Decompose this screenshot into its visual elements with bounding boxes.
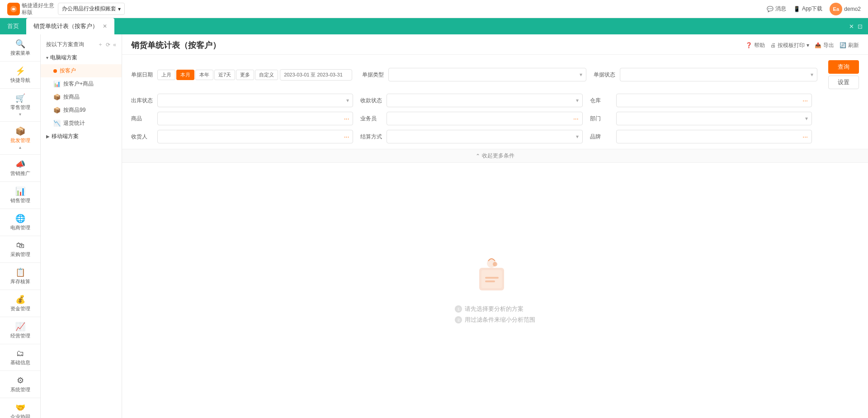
sidebar-item-ecom[interactable]: 🌐 电商管理: [0, 209, 40, 236]
chevron-up-icon: ⌃: [476, 153, 480, 159]
purchase-icon: 🛍: [16, 241, 24, 250]
date-more-btn[interactable]: 更多: [236, 70, 254, 80]
refresh-button[interactable]: 🔄 刷新: [840, 42, 859, 49]
filter-settlement: 结算方式: [360, 130, 582, 143]
scheme-item-by-customer-goods[interactable]: 📊 按客户+商品: [41, 77, 122, 90]
tab-home[interactable]: 首页: [0, 18, 26, 34]
logo-text: 畅捷通好生意 标版: [22, 2, 54, 15]
doc-status-label: 单据状态: [594, 71, 616, 79]
logo-area: 畅捷通好生意 标版: [7, 2, 54, 15]
sidebar-item-enterprise[interactable]: 🤝 企业协同: [0, 398, 40, 418]
sidebar-item-finance[interactable]: 💰 资金管理: [0, 290, 40, 317]
goods-input[interactable]: [157, 112, 353, 125]
download-icon: 📱: [793, 6, 800, 12]
message-button[interactable]: 💬 消息: [767, 5, 786, 13]
add-scheme-button[interactable]: ＋: [98, 41, 103, 48]
empty-hint-2: ② 用过滤条件来缩小分析范围: [455, 316, 535, 324]
recv-status-select[interactable]: [387, 94, 582, 107]
svg-rect-2: [481, 270, 502, 288]
svg-point-6: [493, 262, 497, 266]
goods-label: 商品: [131, 115, 154, 123]
doc-status-select[interactable]: [620, 68, 817, 81]
collapse-bar[interactable]: ⌃ 收起更多条件: [122, 149, 868, 163]
date-custom-btn[interactable]: 自定义: [255, 70, 278, 80]
help-button[interactable]: ❓ 帮助: [745, 42, 765, 49]
tab-bar-controls: ✕ ⊡: [844, 23, 868, 30]
settlement-select[interactable]: [387, 130, 582, 143]
tab-sales-stats[interactable]: 销货单统计表（按客户） ✕: [26, 18, 114, 34]
sidebar-item-sales[interactable]: 📊 销售管理: [0, 182, 40, 209]
refresh-scheme-button[interactable]: ⟳: [106, 42, 110, 48]
sidebar-item-system[interactable]: ⚙ 系统管理: [0, 371, 40, 398]
goods-icon: 📦: [53, 94, 61, 100]
export-button[interactable]: 📤 导出: [815, 42, 834, 49]
sidebar-item-purchase[interactable]: 🛍 采购管理: [0, 236, 40, 263]
wholesale-icon: 📦: [15, 126, 25, 136]
receiver-label: 收货人: [131, 133, 154, 141]
tab-bar: 首页 销货单统计表（按客户） ✕ ✕ ⊡: [0, 18, 868, 34]
sidebar-item-marketing[interactable]: 📣 营销推广: [0, 155, 40, 182]
filter-receiver: 收货人: [131, 130, 353, 143]
sidebar-item-shortcuts[interactable]: ⚡ 快捷导航: [0, 62, 40, 89]
finance-icon: 💰: [15, 294, 25, 304]
settlement-label: 结算方式: [360, 133, 383, 141]
sidebar-item-biz[interactable]: 📈 经营管理: [0, 317, 40, 344]
date-last-month-btn[interactable]: 上月: [157, 70, 175, 80]
brand-input[interactable]: [616, 130, 812, 143]
sidebar-item-search[interactable]: 🔍 搜索菜单: [0, 34, 40, 62]
tab-close-icon[interactable]: ✕: [103, 23, 107, 29]
chart-icon: 📊: [53, 81, 61, 87]
sidebar-item-basic[interactable]: 🗂 基础信息: [0, 344, 40, 371]
dept-select[interactable]: [616, 112, 812, 125]
marketing-icon: 📣: [15, 159, 25, 169]
scheme-item-return-stats[interactable]: 📉 退货统计: [41, 117, 122, 130]
message-icon: 💬: [767, 6, 774, 12]
sidebar-item-retail[interactable]: 🛒 零售管理 ▾: [0, 89, 40, 122]
sidebar-item-wholesale[interactable]: 📦 批发管理 ▴: [0, 122, 40, 155]
scheme-item-by-goods99[interactable]: 📦 按商品99: [41, 104, 122, 117]
secondary-sidebar: 按以下方案查询 ＋ ⟳ « ▾ 电脑端方案 按客户 📊 按客户+商品 📦: [41, 34, 122, 418]
print-icon: 🖨: [770, 42, 776, 48]
date-range-input[interactable]: 2023-03-01 至 2023-03-31: [280, 69, 352, 81]
out-status-label: 出库状态: [131, 97, 154, 104]
empty-text-list: ① 请先选择要分析的方案 ② 用过滤条件来缩小分析范围: [455, 305, 535, 327]
search-icon: 🔍: [15, 39, 25, 49]
header-right: 💬 消息 📱 App下载 Ea demo2: [767, 3, 861, 15]
filter-dept: 部门: [590, 112, 812, 125]
sidebar: 🔍 搜索菜单 ⚡ 快捷导航 🛒 零售管理 ▾ 📦 批发管理 ▴ 📣 营销推广 📊…: [0, 34, 41, 418]
company-dropdown[interactable]: 办公用品行业模拟账套 ▾: [58, 3, 125, 15]
out-status-select[interactable]: [157, 94, 353, 107]
date-this-year-btn[interactable]: 本年: [195, 70, 213, 80]
doc-type-select[interactable]: [388, 68, 586, 81]
salesperson-input[interactable]: [387, 112, 582, 125]
page-title: 销货单统计表（按客户）: [131, 40, 221, 51]
query-button[interactable]: 查询: [828, 60, 859, 74]
scheme-item-by-customer[interactable]: 按客户: [41, 64, 122, 77]
scheme-group-desktop: ▾ 电脑端方案 按客户 📊 按客户+商品 📦 按商品 📦 按商品99 📉: [41, 51, 122, 130]
content-area: 销货单统计表（按客户） ❓ 帮助 🖨 按模板打印 ▾ 📤 导出 🔄 刷新: [122, 34, 868, 418]
window-close-icon[interactable]: ✕: [849, 23, 854, 30]
scheme-header: 按以下方案查询 ＋ ⟳ «: [41, 38, 122, 51]
settings-button[interactable]: 设置: [828, 76, 859, 89]
filter-doc-status: 单据状态: [594, 68, 817, 81]
template-print-button[interactable]: 🖨 按模板打印 ▾: [770, 42, 809, 49]
retail-icon: 🛒: [15, 93, 25, 103]
scheme-actions: ＋ ⟳ «: [98, 41, 116, 48]
scheme-item-by-goods[interactable]: 📦 按商品: [41, 90, 122, 104]
receiver-input[interactable]: [157, 130, 353, 143]
sidebar-item-inventory[interactable]: 📋 库存核算: [0, 263, 40, 290]
filter-warehouse: 仓库: [590, 94, 812, 107]
app-download-button[interactable]: 📱 App下载: [793, 5, 822, 13]
window-expand-icon[interactable]: ⊡: [858, 23, 863, 30]
filter-row-3: 商品 业务员 部门: [131, 112, 859, 125]
main-layout: 🔍 搜索菜单 ⚡ 快捷导航 🛒 零售管理 ▾ 📦 批发管理 ▴ 📣 营销推广 📊…: [0, 34, 868, 418]
date-this-month-btn[interactable]: 本月: [176, 70, 194, 80]
warehouse-input[interactable]: [616, 94, 812, 107]
user-avatar-button[interactable]: Ea demo2: [830, 3, 861, 15]
collapse-scheme-button[interactable]: «: [113, 42, 116, 48]
scheme-group-mobile-title[interactable]: ▶ 移动端方案: [41, 130, 122, 143]
shortcuts-icon: ⚡: [15, 66, 25, 76]
date-last7-btn[interactable]: 近7天: [214, 70, 235, 80]
scheme-group-desktop-title[interactable]: ▾ 电脑端方案: [41, 51, 122, 64]
help-icon: ❓: [745, 42, 752, 48]
